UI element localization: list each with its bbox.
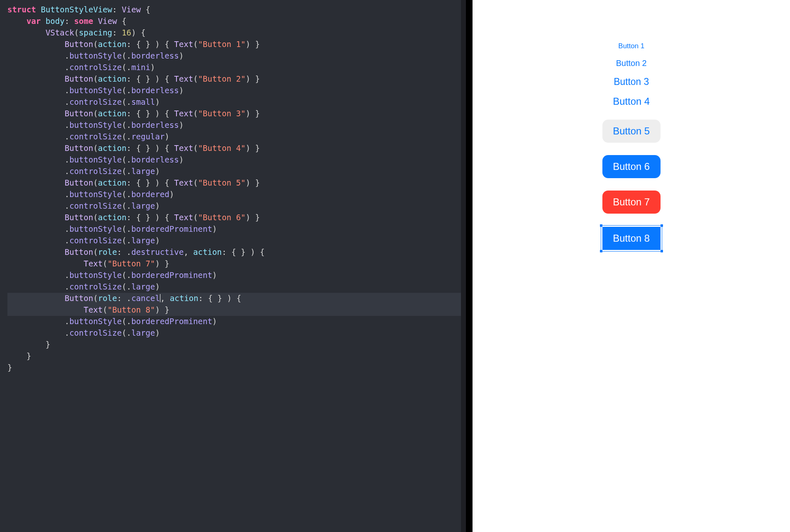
preview-vstack: Button 1 Button 2 Button 3 Button 4 Butt…	[602, 41, 661, 250]
button-4[interactable]: Button 4	[611, 95, 652, 108]
pane-divider[interactable]	[466, 0, 473, 532]
button-8[interactable]: Button 8	[602, 227, 661, 250]
selection-handle-icon	[600, 250, 602, 252]
button-8-label: Button 8	[613, 233, 650, 244]
button-2[interactable]: Button 2	[614, 58, 649, 69]
code-editor-pane[interactable]: struct ButtonStyleView: View { var body:…	[0, 0, 466, 532]
preview-canvas: Button 1 Button 2 Button 3 Button 4 Butt…	[473, 0, 790, 532]
code-text: struct ButtonStyleView: View { var body:…	[0, 0, 466, 374]
editor-scrollbar[interactable]	[461, 0, 466, 532]
button-6[interactable]: Button 6	[602, 155, 661, 178]
selection-handle-icon	[600, 224, 602, 227]
button-5[interactable]: Button 5	[602, 120, 661, 143]
selection-handle-icon	[661, 250, 663, 252]
button-7[interactable]: Button 7	[602, 191, 661, 214]
button-3[interactable]: Button 3	[611, 75, 651, 88]
selection-handle-icon	[661, 224, 663, 227]
button-1[interactable]: Button 1	[616, 41, 647, 51]
